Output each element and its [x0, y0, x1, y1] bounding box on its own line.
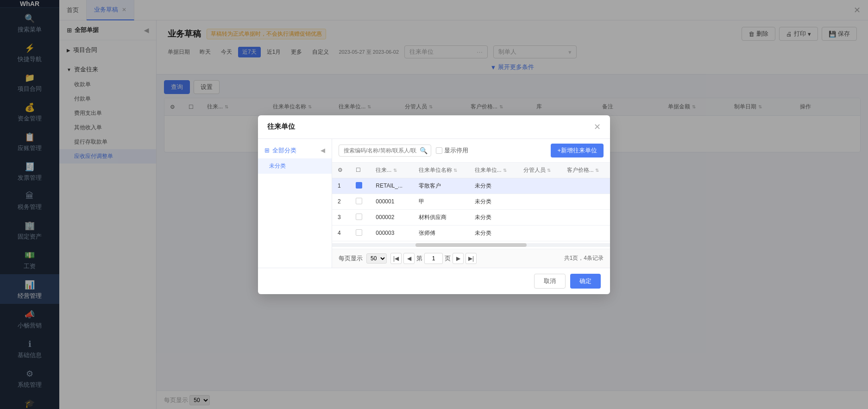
prev-page-btn[interactable]: ◀	[403, 253, 415, 264]
th-modal-manager: 分管人员 ⇅	[518, 163, 561, 178]
td-category: 未分类	[469, 194, 518, 209]
pagination: |◀ ◀ 第 页 ▶ ▶|	[390, 253, 477, 264]
td-code: 000003	[370, 225, 413, 241]
td-name: 张师傅	[413, 225, 469, 241]
modal-left-panel: ⊞ 全部分类 ◀ 未分类	[258, 139, 332, 268]
search-icon: 🔍	[420, 147, 428, 154]
td-name: 甲	[413, 194, 469, 209]
modal-per-page-select[interactable]: 50	[366, 253, 387, 264]
last-page-btn[interactable]: ▶|	[465, 253, 477, 264]
td-manager	[518, 178, 561, 194]
td-name: 零散客户	[413, 178, 469, 194]
modal-close-btn[interactable]: ✕	[594, 122, 601, 132]
td-manager	[518, 225, 561, 241]
modal-actions: 取消 确定	[258, 268, 610, 294]
td-name: 材料供应商	[413, 209, 469, 225]
th-modal-settings: ⚙	[332, 163, 350, 178]
th-modal-code: 往来... ⇅	[370, 163, 413, 178]
th-modal-checkbox: ☐	[350, 163, 370, 178]
first-page-btn[interactable]: |◀	[390, 253, 402, 264]
td-code: 000001	[370, 194, 413, 209]
td-checkbox[interactable]	[350, 194, 370, 209]
td-row-num: 2	[332, 194, 350, 209]
modal-left-item-unclassified[interactable]: 未分类	[258, 158, 332, 174]
td-category: 未分类	[469, 225, 518, 241]
td-row-num: 3	[332, 209, 350, 225]
cancel-button[interactable]: 取消	[534, 274, 566, 289]
td-checkbox[interactable]	[350, 178, 370, 194]
modal-right-panel: 🔍 显示停用 +新增往来单位 ⚙ ☐	[332, 139, 610, 268]
modal-footer-bar: 每页显示 50 |◀ ◀ 第 页 ▶ ▶| 共1页，4条记录	[332, 249, 610, 268]
modal-body: ⊞ 全部分类 ◀ 未分类 🔍 显示停用	[258, 139, 610, 268]
search-wrap: 🔍	[339, 145, 431, 157]
panel-collapse-icon[interactable]: ◀	[321, 147, 325, 154]
td-price	[561, 178, 610, 194]
td-row-num: 4	[332, 225, 350, 241]
scrollbar-thumb[interactable]	[415, 243, 527, 247]
td-category: 未分类	[469, 209, 518, 225]
table-row[interactable]: 3 000002 材料供应商 未分类	[332, 209, 610, 225]
td-price	[561, 194, 610, 209]
td-manager	[518, 209, 561, 225]
td-price	[561, 209, 610, 225]
table-row[interactable]: 4 000003 张师傅 未分类	[332, 225, 610, 241]
th-modal-price: 客户价格... ⇅	[561, 163, 610, 178]
td-checkbox[interactable]	[350, 209, 370, 225]
modal-title: 往来单位	[267, 122, 295, 131]
grid-icon2: ⊞	[264, 147, 270, 154]
page-input[interactable]	[424, 253, 443, 264]
td-manager	[518, 194, 561, 209]
table-row[interactable]: 2 000001 甲 未分类	[332, 194, 610, 209]
td-checkbox[interactable]	[350, 225, 370, 241]
search-input[interactable]	[339, 145, 431, 157]
show-disabled-checkbox[interactable]: 显示停用	[436, 146, 468, 155]
modal-dialog: 往来单位 ✕ ⊞ 全部分类 ◀ 未分类 🔍	[258, 115, 610, 294]
td-code: RETAIL_...	[370, 178, 413, 194]
modal-header: 往来单位 ✕	[258, 115, 610, 139]
th-modal-category: 往来单位... ⇅	[469, 163, 518, 178]
modal-toolbar: 🔍 显示停用 +新增往来单位	[332, 139, 610, 163]
table-row[interactable]: 1 RETAIL_... 零散客户 未分类	[332, 178, 610, 194]
td-row-num: 1	[332, 178, 350, 194]
next-page-btn[interactable]: ▶	[453, 253, 464, 264]
confirm-button[interactable]: 确定	[570, 274, 601, 289]
th-modal-name: 往来单位名称 ⇅	[413, 163, 469, 178]
add-counterpart-btn[interactable]: +新增往来单位	[551, 144, 604, 157]
modal-overlay[interactable]: 往来单位 ✕ ⊞ 全部分类 ◀ 未分类 🔍	[0, 0, 868, 409]
td-code: 000002	[370, 209, 413, 225]
horizontal-scrollbar[interactable]	[332, 243, 610, 247]
disabled-checkbox[interactable]	[436, 147, 442, 154]
page-total: 共1页，4条记录	[564, 254, 604, 262]
td-category: 未分类	[469, 178, 518, 194]
modal-table: ⚙ ☐ 往来... ⇅ 往来单位名称 ⇅ 往来单位... ⇅ 分管人员 ⇅ 客户…	[332, 163, 610, 241]
modal-left-header[interactable]: ⊞ 全部分类 ◀	[258, 143, 332, 158]
td-price	[561, 225, 610, 241]
